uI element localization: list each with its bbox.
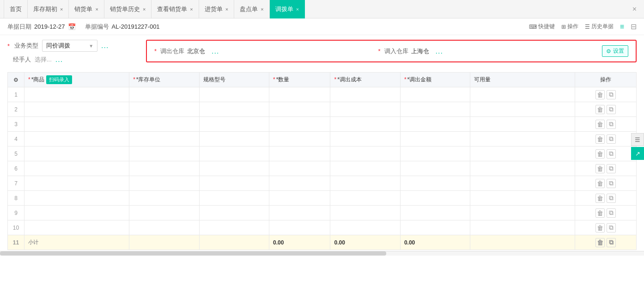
- horizontal-scrollbar[interactable]: [0, 251, 644, 256]
- cost-cell[interactable]: [330, 191, 400, 206]
- spec-cell[interactable]: [199, 206, 269, 220]
- cost-cell[interactable]: [330, 102, 400, 117]
- history-btn[interactable]: ☰ 历史单据: [585, 23, 614, 31]
- product-cell[interactable]: [24, 220, 129, 235]
- product-cell[interactable]: [24, 206, 129, 220]
- delete-icon[interactable]: 🗑: [595, 164, 605, 173]
- tab-inventory-init[interactable]: 库存期初 ×: [28, 0, 69, 18]
- product-cell[interactable]: [24, 161, 129, 176]
- product-cell[interactable]: [24, 102, 129, 117]
- unit-cell[interactable]: [129, 220, 199, 235]
- qty-cell[interactable]: [269, 102, 330, 117]
- copy-icon[interactable]: ⧉: [607, 238, 616, 247]
- available-cell[interactable]: [470, 191, 575, 206]
- tab-close-inventory-init[interactable]: ×: [60, 6, 63, 12]
- amount-cell[interactable]: [400, 87, 470, 102]
- warehouse-in-more[interactable]: ...: [436, 47, 443, 55]
- layout-grid-icon[interactable]: ⊟: [631, 22, 637, 31]
- product-cell[interactable]: [24, 146, 129, 161]
- copy-icon[interactable]: ⧉: [607, 194, 616, 203]
- col-header-gear[interactable]: ⚙: [8, 73, 24, 87]
- unit-cell[interactable]: [129, 161, 199, 176]
- unit-cell[interactable]: [129, 117, 199, 132]
- product-cell[interactable]: [24, 132, 129, 146]
- unit-cell[interactable]: [129, 102, 199, 117]
- delete-icon[interactable]: 🗑: [595, 149, 605, 159]
- qty-cell[interactable]: [269, 146, 330, 161]
- unit-cell[interactable]: [129, 191, 199, 206]
- tab-close-purchase-order[interactable]: ×: [225, 6, 228, 12]
- amount-cell[interactable]: [400, 220, 470, 235]
- contact-more[interactable]: ...: [55, 55, 63, 64]
- tab-close-transfer-order[interactable]: ×: [296, 6, 299, 12]
- available-cell[interactable]: [470, 117, 575, 132]
- available-cell[interactable]: [470, 206, 575, 220]
- spec-cell[interactable]: [199, 87, 269, 102]
- spec-cell[interactable]: [199, 161, 269, 176]
- tab-sales-history[interactable]: 销货单历史 ×: [104, 0, 152, 18]
- amount-cell[interactable]: [400, 206, 470, 220]
- operate-btn[interactable]: ⊞ 操作: [561, 23, 578, 31]
- qty-cell[interactable]: [269, 191, 330, 206]
- cost-cell[interactable]: [330, 132, 400, 146]
- qty-cell[interactable]: [269, 87, 330, 102]
- copy-icon[interactable]: ⧉: [607, 223, 616, 232]
- product-cell[interactable]: [24, 176, 129, 191]
- copy-icon[interactable]: ⧉: [607, 120, 616, 129]
- qty-cell[interactable]: [269, 176, 330, 191]
- side-list-icon[interactable]: ☰: [631, 133, 644, 146]
- spec-cell[interactable]: [199, 132, 269, 146]
- amount-cell[interactable]: [400, 102, 470, 117]
- delete-icon[interactable]: 🗑: [595, 134, 605, 144]
- copy-icon[interactable]: ⧉: [607, 134, 616, 144]
- scan-barcode-button[interactable]: 扫码录入: [46, 75, 72, 84]
- tab-close-view-sales[interactable]: ×: [190, 6, 193, 12]
- business-type-more[interactable]: ...: [101, 42, 109, 50]
- spec-cell[interactable]: [199, 176, 269, 191]
- warehouse-out-more[interactable]: ...: [212, 47, 219, 55]
- available-cell[interactable]: [470, 87, 575, 102]
- unit-cell[interactable]: [129, 146, 199, 161]
- spec-cell[interactable]: [199, 191, 269, 206]
- delete-icon[interactable]: 🗑: [595, 120, 605, 129]
- available-cell[interactable]: [470, 102, 575, 117]
- copy-icon[interactable]: ⧉: [607, 179, 616, 188]
- copy-icon[interactable]: ⧉: [607, 164, 616, 173]
- copy-icon[interactable]: ⧉: [607, 90, 616, 99]
- settings-button[interactable]: ⚙ 设置: [602, 45, 628, 57]
- amount-cell[interactable]: [400, 146, 470, 161]
- tab-purchase-order[interactable]: 进货单 ×: [199, 0, 234, 18]
- product-cell[interactable]: [24, 191, 129, 206]
- tab-close-sales-history[interactable]: ×: [143, 6, 146, 12]
- amount-cell[interactable]: [400, 117, 470, 132]
- tab-close-sales-order[interactable]: ×: [95, 6, 98, 12]
- qty-cell[interactable]: [269, 206, 330, 220]
- copy-icon[interactable]: ⧉: [607, 105, 616, 114]
- available-cell[interactable]: [470, 161, 575, 176]
- product-cell[interactable]: [24, 87, 129, 102]
- spec-cell[interactable]: [199, 220, 269, 235]
- scroll-thumb[interactable]: [0, 251, 386, 256]
- contact-select[interactable]: 选择...: [35, 55, 52, 64]
- cost-cell[interactable]: [330, 146, 400, 161]
- copy-icon[interactable]: ⧉: [607, 149, 616, 159]
- unit-cell[interactable]: [129, 206, 199, 220]
- cost-cell[interactable]: [330, 220, 400, 235]
- available-cell[interactable]: [470, 220, 575, 235]
- spec-cell[interactable]: [199, 117, 269, 132]
- product-cell[interactable]: [24, 117, 129, 132]
- amount-cell[interactable]: [400, 132, 470, 146]
- close-all-tabs[interactable]: ×: [629, 5, 640, 13]
- cost-cell[interactable]: [330, 176, 400, 191]
- unit-cell[interactable]: [129, 132, 199, 146]
- tab-transfer-order[interactable]: 调拨单 ×: [270, 0, 305, 18]
- qty-cell[interactable]: [269, 220, 330, 235]
- shortcut-btn[interactable]: ⌨ 快捷键: [529, 23, 555, 31]
- amount-cell[interactable]: [400, 191, 470, 206]
- cost-cell[interactable]: [330, 117, 400, 132]
- tab-close-inventory-count[interactable]: ×: [261, 6, 263, 12]
- delete-icon[interactable]: 🗑: [595, 90, 605, 99]
- amount-cell[interactable]: [400, 161, 470, 176]
- tab-sales-order[interactable]: 销货单 ×: [69, 0, 104, 18]
- available-cell[interactable]: [470, 176, 575, 191]
